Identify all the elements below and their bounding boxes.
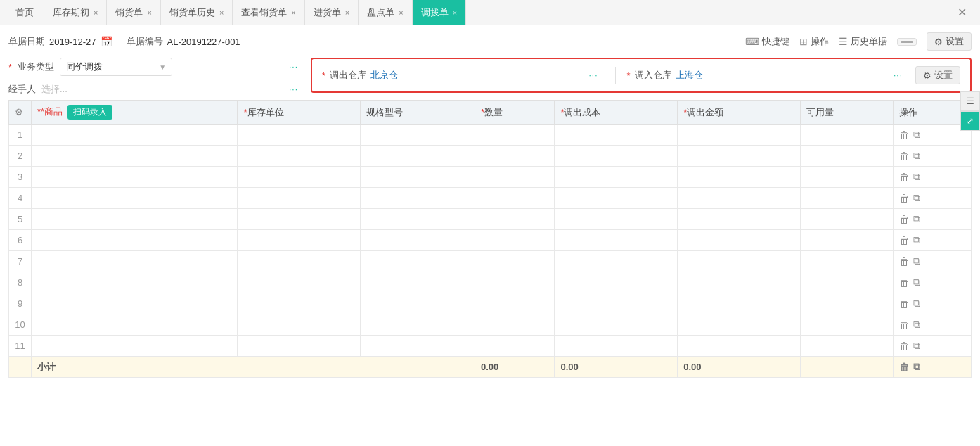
unit-cell[interactable] — [238, 188, 361, 209]
qty-cell[interactable] — [475, 336, 555, 357]
copy-icon[interactable]: ⧉ — [913, 255, 920, 267]
out-warehouse-more[interactable]: ··· — [583, 70, 603, 80]
cost-cell[interactable] — [555, 146, 678, 167]
spec-cell[interactable] — [361, 314, 475, 336]
unit-cell[interactable] — [238, 167, 361, 188]
close-icon[interactable]: × — [94, 8, 98, 17]
operate-action[interactable]: ⊞ 操作 — [799, 35, 829, 48]
product-cell[interactable] — [32, 167, 238, 188]
close-icon[interactable]: × — [399, 8, 403, 17]
unit-cell[interactable] — [238, 272, 361, 293]
unit-cell[interactable] — [238, 146, 361, 167]
qty-cell[interactable] — [475, 230, 555, 251]
copy-icon[interactable]: ⧉ — [913, 276, 920, 288]
qty-cell[interactable] — [475, 125, 555, 146]
cost-cell[interactable] — [555, 293, 678, 314]
tab-sales-history[interactable]: 销货单历史 × — [161, 0, 233, 25]
delete-icon[interactable]: 🗑 — [899, 362, 909, 373]
close-icon[interactable]: × — [147, 8, 151, 17]
amount-cell[interactable] — [678, 293, 801, 314]
spec-cell[interactable] — [361, 230, 475, 251]
delete-icon[interactable]: 🗑 — [899, 214, 909, 225]
tab-purchase[interactable]: 进货单 × — [305, 0, 359, 25]
amount-cell[interactable] — [678, 188, 801, 209]
tab-home[interactable]: 首页 — [6, 0, 44, 25]
cost-cell[interactable] — [555, 336, 678, 357]
cost-cell[interactable] — [555, 167, 678, 188]
cost-cell[interactable] — [555, 125, 678, 146]
spec-cell[interactable] — [361, 146, 475, 167]
in-warehouse-more[interactable]: ··· — [888, 70, 908, 80]
unit-cell[interactable] — [238, 251, 361, 272]
product-cell[interactable] — [32, 230, 238, 251]
product-cell[interactable] — [32, 188, 238, 209]
cost-cell[interactable] — [555, 314, 678, 336]
product-cell[interactable] — [32, 125, 238, 146]
delete-icon[interactable]: 🗑 — [899, 129, 909, 141]
product-cell[interactable] — [32, 146, 238, 167]
copy-icon[interactable]: ⧉ — [913, 150, 920, 162]
delete-icon[interactable]: 🗑 — [899, 319, 909, 331]
calendar-icon[interactable]: 📅 — [101, 36, 112, 47]
copy-icon[interactable]: ⧉ — [913, 298, 920, 310]
qty-cell[interactable] — [475, 293, 555, 314]
copy-icon[interactable]: ⧉ — [913, 192, 920, 204]
cost-cell[interactable] — [555, 188, 678, 209]
handler-more[interactable]: ··· — [283, 84, 304, 94]
unit-cell[interactable] — [238, 209, 361, 230]
amount-cell[interactable] — [678, 230, 801, 251]
unit-cell[interactable] — [238, 336, 361, 357]
delete-icon[interactable]: 🗑 — [899, 235, 909, 246]
amount-cell[interactable] — [678, 167, 801, 188]
out-warehouse-value[interactable]: 北京仓 — [370, 69, 398, 82]
delete-icon[interactable]: 🗑 — [899, 151, 909, 162]
amount-cell[interactable] — [678, 251, 801, 272]
shortcut-action[interactable]: ⌨ 快捷键 — [745, 35, 789, 48]
unit-cell[interactable] — [238, 293, 361, 314]
side-expand-button[interactable]: ⤢ — [960, 111, 980, 131]
copy-icon[interactable]: ⧉ — [913, 361, 920, 373]
copy-icon[interactable]: ⧉ — [913, 234, 920, 246]
copy-icon[interactable]: ⧉ — [913, 129, 920, 141]
delete-icon[interactable]: 🗑 — [899, 298, 909, 310]
copy-icon[interactable]: ⧉ — [913, 171, 920, 183]
history-action[interactable]: ☰ 历史单据 — [839, 35, 887, 48]
product-cell[interactable] — [32, 293, 238, 314]
spec-cell[interactable] — [361, 272, 475, 293]
amount-cell[interactable] — [678, 209, 801, 230]
unit-cell[interactable] — [238, 230, 361, 251]
warehouse-settings-button[interactable]: ⚙ 设置 — [915, 66, 960, 84]
biz-type-more[interactable]: ··· — [283, 62, 304, 72]
cost-cell[interactable] — [555, 230, 678, 251]
cost-cell[interactable] — [555, 251, 678, 272]
spec-cell[interactable] — [361, 167, 475, 188]
close-icon[interactable]: × — [291, 8, 295, 17]
amount-cell[interactable] — [678, 125, 801, 146]
product-cell[interactable] — [32, 314, 238, 336]
gear-icon-th[interactable]: ⚙ — [15, 107, 23, 117]
product-cell[interactable] — [32, 272, 238, 293]
spec-cell[interactable] — [361, 209, 475, 230]
delete-icon[interactable]: 🗑 — [899, 340, 909, 352]
th-gear[interactable]: ⚙ — [9, 101, 32, 125]
close-icon[interactable]: × — [453, 8, 457, 17]
handler-select[interactable]: 选择... — [41, 83, 67, 96]
tab-transfer[interactable]: 调拨单 × — [413, 0, 466, 25]
delete-icon[interactable]: 🗑 — [899, 256, 909, 267]
product-cell[interactable] — [32, 209, 238, 230]
tab-sales-order[interactable]: 销货单 × — [107, 0, 160, 25]
product-cell[interactable] — [32, 336, 238, 357]
spec-cell[interactable] — [361, 125, 475, 146]
close-icon[interactable]: × — [219, 8, 224, 17]
copy-icon[interactable]: ⧉ — [913, 340, 920, 352]
spec-cell[interactable] — [361, 251, 475, 272]
amount-cell[interactable] — [678, 146, 801, 167]
tab-view-sales[interactable]: 查看销货单 × — [233, 0, 304, 25]
qty-cell[interactable] — [475, 209, 555, 230]
tab-inventory[interactable]: 盘点单 × — [359, 0, 412, 25]
spec-cell[interactable] — [361, 336, 475, 357]
amount-cell[interactable] — [678, 336, 801, 357]
settings-button[interactable]: ⚙ 设置 — [927, 32, 972, 51]
scan-input-button[interactable]: 扫码录入 — [67, 105, 112, 120]
qty-cell[interactable] — [475, 146, 555, 167]
